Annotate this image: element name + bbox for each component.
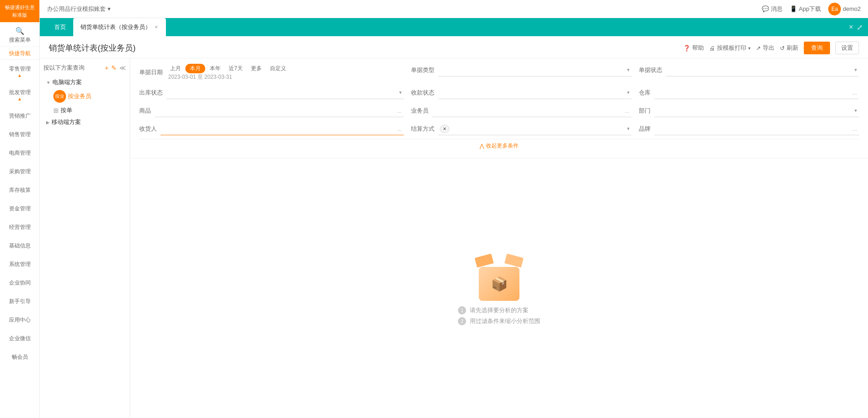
sidebar-item-retail[interactable]: 零售管理 ▲	[0, 60, 39, 83]
sidebar-search[interactable]: 🔍 搜索菜单	[0, 22, 39, 47]
account-name: 办公用品行业模拟账套	[47, 5, 106, 13]
consignee-field[interactable]: …	[160, 123, 404, 135]
brand-more-icon: …	[852, 126, 857, 132]
warehouse-label: 仓库	[639, 89, 651, 97]
stock-out-dropdown-icon: ▾	[399, 90, 402, 95]
order-icon: ⊞	[53, 107, 59, 114]
sidebar-item-operations[interactable]: 经营管理	[0, 218, 39, 237]
sidebar-item-wechat[interactable]: 企业微信	[0, 329, 39, 348]
edit-scheme-button[interactable]: ✎	[111, 64, 117, 71]
date-btn-last-month[interactable]: 上月	[166, 64, 184, 73]
scheme-by-salesperson[interactable]: 按业 按业务员	[51, 88, 126, 104]
scheme-by-order[interactable]: ⊞ 按单	[51, 104, 126, 116]
purchase-label: 采购管理	[0, 168, 39, 176]
department-field[interactable]: ▾	[654, 104, 859, 117]
date-btn-custom[interactable]: 自定义	[266, 64, 290, 73]
order-status-dropdown-icon: ▾	[854, 67, 857, 73]
collapse-label: 收起更多条件	[486, 142, 519, 150]
tab-home[interactable]: 首页	[47, 18, 73, 36]
empty-state: 📦 1 请先选择要分析的方案 2 用过滤条件来缩小分析范围	[130, 158, 868, 418]
dropdown-arrow-icon: ▾	[108, 5, 111, 12]
date-btn-more[interactable]: 更多	[247, 64, 265, 73]
left-panel-header: 按以下方案查询 + ✎ ≪	[43, 64, 126, 72]
page-content: 销货单统计表(按业务员) ❓ 帮助 🖨 按模板打印 ▾ ↗ 导出 ↺ 刷新	[40, 36, 868, 418]
account-selector[interactable]: 办公用品行业模拟账套 ▾	[47, 5, 111, 13]
download-icon: 📱	[790, 5, 797, 12]
help-label: 帮助	[692, 44, 704, 52]
collapse-filters-button[interactable]: ⋀ 收起更多条件	[139, 139, 859, 152]
settings-button[interactable]: 设置	[835, 42, 859, 54]
brand-label: 品牌	[639, 125, 651, 133]
print-icon: 🖨	[709, 45, 715, 52]
sidebar-item-wholesale[interactable]: 批发管理 ▲	[0, 83, 39, 107]
warehouse-more-icon: …	[852, 90, 857, 95]
tree-desktop[interactable]: ▼ 电脑端方案	[43, 76, 126, 88]
app-download-button[interactable]: 📱 App下载	[790, 5, 821, 13]
tab-restore-button[interactable]: ⤢	[857, 23, 863, 32]
date-btn-this-year[interactable]: 本年	[206, 64, 224, 73]
collapse-panel-button[interactable]: ≪	[119, 64, 126, 71]
settlement-label: 结算方式	[411, 125, 434, 133]
sales-stats-tab-label: 销货单统计表（按业务员）	[80, 23, 151, 31]
add-scheme-button[interactable]: +	[105, 64, 108, 71]
settlement-field[interactable]: × ▾	[438, 123, 632, 135]
empty-hint-1: 1 请先选择要分析的方案	[458, 306, 540, 314]
tree-desktop-children: 按业 按业务员 ⊞ 按单	[43, 88, 126, 116]
salesperson-field[interactable]: …	[432, 104, 632, 117]
sidebar-item-system[interactable]: 系统管理	[0, 255, 39, 274]
sidebar-item-ecommerce[interactable]: 电商管理	[0, 144, 39, 162]
date-btn-this-month[interactable]: 本月	[185, 64, 205, 73]
salesperson-more-icon: …	[625, 108, 630, 114]
goods-field[interactable]: …	[155, 104, 404, 117]
sidebar-item-marketing[interactable]: 营销推广	[0, 107, 39, 125]
retail-arrow: ▲	[0, 73, 39, 78]
operations-label: 经营管理	[0, 223, 39, 231]
brand-field[interactable]: …	[654, 123, 859, 135]
tab-sales-stats[interactable]: 销货单统计表（按业务员） ×	[73, 18, 166, 36]
main-content: 办公用品行业模拟账套 ▾ 💬 消息 📱 App下载 Ea demo2 首页	[40, 0, 868, 418]
stock-out-field[interactable]: ▾	[166, 86, 404, 99]
department-dropdown-icon: ▾	[854, 108, 857, 114]
warehouse-field[interactable]: …	[654, 86, 859, 99]
message-button[interactable]: 💬 消息	[762, 5, 783, 13]
empty-hints: 1 请先选择要分析的方案 2 用过滤条件来缩小分析范围	[458, 306, 540, 325]
sidebar-nav[interactable]: 快捷导航	[0, 47, 39, 60]
tab-close-button[interactable]: ×	[154, 23, 159, 31]
retail-label: 零售管理	[0, 65, 39, 73]
empty-box-face: 📦	[491, 276, 508, 292]
user-profile-button[interactable]: Ea demo2	[828, 3, 861, 15]
order-type-field[interactable]: ▾	[438, 64, 632, 76]
sidebar-item-member[interactable]: 畅会员	[0, 348, 39, 366]
sidebar: 畅捷通好生意 标准版 🔍 搜索菜单 快捷导航 零售管理 ▲ 批发管理 ▲ 营销推…	[0, 0, 40, 418]
print-button[interactable]: 🖨 按模板打印 ▾	[709, 44, 750, 52]
sales-label: 销售管理	[0, 131, 39, 138]
avatar-text: Ea	[831, 6, 838, 12]
help-button[interactable]: ❓ 帮助	[683, 44, 704, 52]
sidebar-item-purchase[interactable]: 采购管理	[0, 162, 39, 181]
box-flap-left	[475, 253, 494, 267]
tab-minimize-button[interactable]: ×	[849, 23, 853, 31]
sidebar-item-finance[interactable]: 资金管理	[0, 200, 39, 218]
sidebar-item-enterprise[interactable]: 企业协同	[0, 274, 39, 292]
sidebar-item-sales[interactable]: 销售管理	[0, 125, 39, 144]
app-logo[interactable]: 畅捷通好生意 标准版	[0, 0, 39, 22]
payment-status-label: 收款状态	[411, 89, 434, 97]
sidebar-item-base[interactable]: 基础信息	[0, 237, 39, 255]
tree-mobile[interactable]: ▶ 移动端方案	[43, 116, 126, 128]
query-button[interactable]: 查询	[804, 42, 830, 54]
order-type-label: 单据类型	[411, 66, 434, 74]
refresh-button[interactable]: ↺ 刷新	[780, 44, 798, 52]
order-scheme-label: 按单	[61, 106, 72, 114]
mobile-scheme-label: 移动端方案	[52, 118, 81, 126]
order-type-dropdown-icon: ▾	[627, 67, 630, 73]
base-label: 基础信息	[0, 242, 39, 250]
sidebar-item-newbie[interactable]: 新手引导	[0, 292, 39, 311]
order-status-field[interactable]: ▾	[666, 64, 859, 76]
date-btn-7days[interactable]: 近7天	[225, 64, 246, 73]
export-button[interactable]: ↗ 导出	[756, 44, 774, 52]
settlement-tag-close-btn[interactable]: ×	[443, 126, 446, 132]
sidebar-item-inventory[interactable]: 库存核算	[0, 181, 39, 200]
sidebar-item-appcenter[interactable]: 应用中心	[0, 311, 39, 329]
payment-status-field[interactable]: ▾	[438, 86, 632, 99]
app-download-label: App下载	[799, 5, 821, 13]
